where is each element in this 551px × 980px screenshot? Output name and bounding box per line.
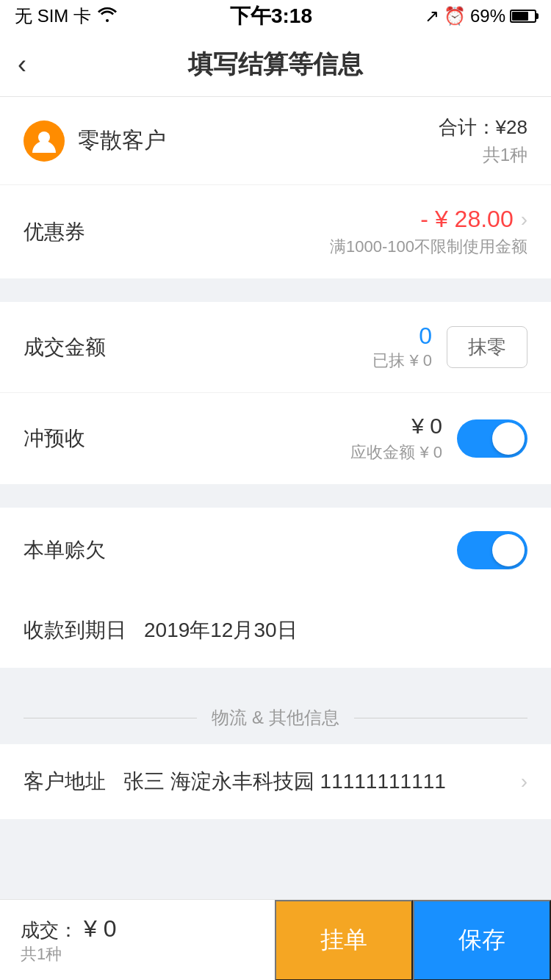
location-icon: ↗	[425, 6, 439, 26]
coupon-desc: 满1000-100不限制使用金额	[330, 236, 527, 258]
chong-amount-value: ¥ 0	[350, 414, 442, 439]
customer-row: 零散客户 合计：¥28 共1种	[0, 97, 551, 184]
address-value: 张三 海淀永丰科技园 11111111111	[123, 768, 521, 796]
wifi-icon	[97, 6, 118, 26]
logistics-label: 物流 & 其他信息	[212, 706, 339, 729]
customer-name: 零散客户	[78, 126, 166, 156]
status-bar: 无 SIM 卡 下午3:18 ↗ ⏰ 69%	[0, 0, 551, 32]
deal-amount-label: 成交金额	[24, 334, 106, 361]
customer-right: 合计：¥28 共1种	[439, 115, 527, 167]
status-time: 下午3:18	[230, 2, 312, 30]
section-divider-2	[0, 496, 551, 508]
chong-yushou-toggle[interactable]	[457, 419, 527, 458]
divider-line-right	[354, 718, 527, 718]
address-row[interactable]: 客户地址 张三 海淀永丰科技园 11111111111 ›	[0, 744, 551, 819]
main-content: 零散客户 合计：¥28 共1种 优惠券 - ¥ 28.00 › 满1000-10…	[0, 97, 551, 919]
bottom-deal-label: 成交：	[21, 918, 78, 943]
page-title: 填写结算等信息	[188, 48, 363, 82]
hang-order-button[interactable]: 挂单	[275, 900, 413, 980]
back-button[interactable]: ‹	[18, 49, 26, 80]
section-divider-1	[0, 290, 551, 302]
address-label: 客户地址	[24, 768, 106, 796]
bensuan-label: 本单赊欠	[24, 536, 106, 564]
duedate-value: 2019年12月30日	[144, 616, 298, 644]
chong-amount-sub: 应收金额 ¥ 0	[350, 442, 442, 464]
deal-amount-value: 0	[372, 323, 432, 350]
bensuan-card: 本单赊欠 收款到期日 2019年12月30日	[0, 508, 551, 668]
coupon-label: 优惠券	[24, 218, 85, 246]
chong-amounts: ¥ 0 应收金额 ¥ 0	[350, 414, 442, 464]
status-right: ↗ ⏰ 69%	[425, 6, 536, 26]
coupon-amount: - ¥ 28.00	[420, 206, 513, 233]
bensuan-toggle[interactable]	[457, 531, 527, 569]
total-count: 共1种	[439, 143, 527, 167]
coupon-chevron-icon: ›	[521, 208, 527, 231]
deal-amount-values: 0 已抹 ¥ 0	[372, 323, 432, 372]
coupon-right: - ¥ 28.00 › 满1000-100不限制使用金额	[330, 206, 527, 258]
address-card: 客户地址 张三 海淀永丰科技园 11111111111 ›	[0, 744, 551, 819]
chong-yushou-row: 冲预收 ¥ 0 应收金额 ¥ 0	[0, 393, 551, 484]
coupon-row[interactable]: 优惠券 - ¥ 28.00 › 满1000-100不限制使用金额	[0, 184, 551, 278]
customer-card: 零散客户 合计：¥28 共1种 优惠券 - ¥ 28.00 › 满1000-10…	[0, 97, 551, 278]
deal-amount-sub: 已抹 ¥ 0	[372, 350, 432, 372]
section-divider-3	[0, 680, 551, 691]
customer-avatar	[24, 120, 65, 162]
no-sim-text: 无 SIM 卡	[15, 4, 91, 28]
bensuan-row: 本单赊欠	[0, 508, 551, 593]
save-button[interactable]: 保存	[413, 900, 551, 980]
deal-amount-row: 成交金额 0 已抹 ¥ 0 抹零	[0, 302, 551, 393]
total-label: 合计：¥28	[439, 115, 527, 140]
bottom-bar: 成交： ¥ 0 共1种 挂单 保存	[0, 899, 551, 980]
duedate-label: 收款到期日	[24, 616, 126, 644]
divider-line-left	[24, 718, 197, 718]
alarm-icon: ⏰	[444, 6, 466, 26]
address-chevron-icon: ›	[521, 770, 527, 793]
deal-amount-card: 成交金额 0 已抹 ¥ 0 抹零 冲预收 ¥ 0 应收金额 ¥ 0	[0, 302, 551, 484]
deal-amount-right: 0 已抹 ¥ 0 抹零	[372, 323, 527, 372]
chong-yushou-right: ¥ 0 应收金额 ¥ 0	[350, 414, 527, 464]
battery-icon	[510, 10, 536, 23]
chong-yushou-label: 冲预收	[24, 425, 85, 453]
battery-text: 69%	[470, 6, 505, 26]
nav-bar: ‹ 填写结算等信息	[0, 32, 551, 97]
logistics-divider: 物流 & 其他信息	[0, 691, 551, 744]
round-off-button[interactable]: 抹零	[447, 326, 527, 368]
bottom-deal-amount: ¥ 0	[84, 915, 116, 943]
bottom-count: 共1种	[21, 943, 254, 965]
status-left: 无 SIM 卡	[15, 4, 118, 28]
bottom-info: 成交： ¥ 0 共1种	[0, 900, 275, 980]
customer-left: 零散客户	[24, 120, 166, 162]
duedate-row: 收款到期日 2019年12月30日	[0, 593, 551, 668]
